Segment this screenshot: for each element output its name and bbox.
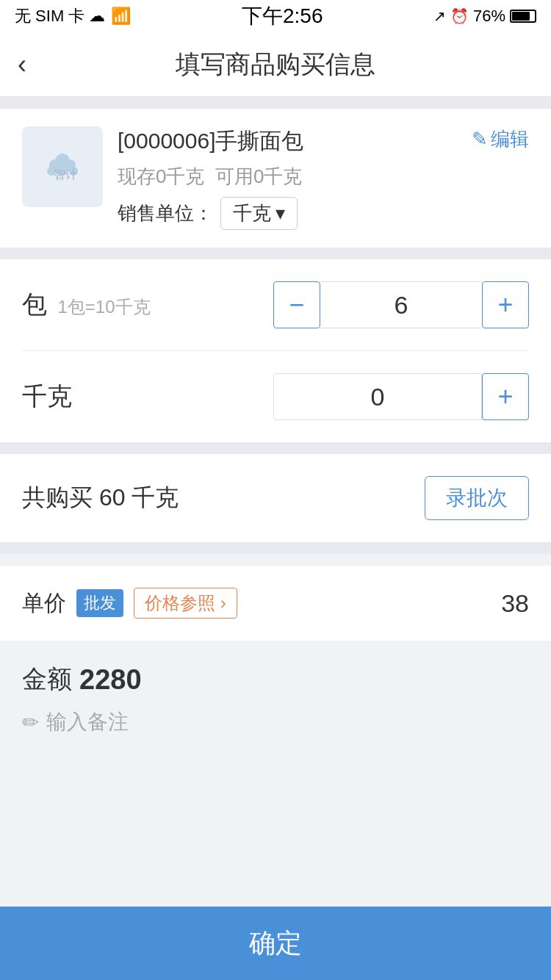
price-label: 单价 <box>22 588 66 619</box>
product-card: 智计 [0000006]手撕面包 现存0千克 可用0千克 销售单位： 千克 ▾ … <box>0 109 551 248</box>
product-unit-row: 销售单位： 千克 ▾ <box>118 197 529 230</box>
amount-value: 2280 <box>79 664 142 696</box>
unit-label-kg: 千克 <box>22 380 72 414</box>
pencil-icon: ✏ <box>22 710 39 735</box>
back-button[interactable]: ‹ <box>18 49 26 80</box>
quantity-row-bao: 包 1包=10千克 − + <box>22 259 529 351</box>
unit-select[interactable]: 千克 ▾ <box>220 197 298 230</box>
unit-label-bao: 包 1包=10千克 <box>22 288 151 322</box>
alarm-icon: ⏰ <box>450 7 469 25</box>
qty-input-bao[interactable] <box>320 281 482 328</box>
no-sim-label: 无 SIM 卡 ☁ <box>15 5 105 27</box>
batch-button[interactable]: 录批次 <box>425 476 529 520</box>
amount-section: 金额 2280 ✏ 输入备注 <box>0 641 551 751</box>
price-value: 38 <box>501 589 529 618</box>
edit-icon: ✎ <box>472 128 488 151</box>
confirm-bar[interactable]: 确定 <box>0 907 551 980</box>
battery-label: 76% <box>473 7 505 26</box>
increase-kg-button[interactable]: + <box>482 373 529 420</box>
confirm-button[interactable]: 确定 <box>249 926 302 962</box>
location-icon: ↗ <box>433 7 446 25</box>
status-left: 无 SIM 卡 ☁ 📶 <box>15 5 131 27</box>
nav-bar: ‹ 填写商品购买信息 <box>0 32 551 97</box>
qty-input-kg[interactable] <box>273 373 482 420</box>
amount-row: 金额 2280 <box>22 663 529 696</box>
page-title: 填写商品购买信息 <box>176 48 375 82</box>
note-row[interactable]: ✏ 输入备注 <box>22 708 529 736</box>
increase-bao-button[interactable]: + <box>482 281 529 328</box>
qty-control-kg: + <box>273 373 529 420</box>
product-stock: 现存0千克 可用0千克 <box>118 164 529 190</box>
status-bar: 无 SIM 卡 ☁ 📶 下午2:56 ↗ ⏰ 76% <box>0 0 551 32</box>
battery-icon <box>510 10 536 23</box>
product-info: [0000006]手撕面包 现存0千克 可用0千克 销售单位： 千克 ▾ <box>118 126 529 230</box>
separator-4 <box>0 542 551 554</box>
total-section: 共购买 60 千克 录批次 <box>0 454 551 542</box>
separator-1 <box>0 97 551 109</box>
wifi-icon: 📶 <box>111 7 131 26</box>
quantity-section: 包 1包=10千克 − + 千克 + <box>0 259 551 442</box>
product-name: [0000006]手撕面包 <box>118 126 529 156</box>
separator-2 <box>0 248 551 259</box>
status-right: ↗ ⏰ 76% <box>433 7 536 26</box>
quantity-row-kg: 千克 + <box>22 351 529 442</box>
total-text: 共购买 60 千克 <box>22 482 179 514</box>
amount-label: 金额 <box>22 663 72 696</box>
price-ref-button[interactable]: 价格参照 › <box>134 588 237 619</box>
status-time: 下午2:56 <box>242 2 323 30</box>
svg-text:智计: 智计 <box>54 168 77 181</box>
qty-control-bao: − + <box>273 281 529 328</box>
unit-hint-bao: 1包=10千克 <box>57 297 150 317</box>
tag-batch: 批发 <box>76 589 123 617</box>
separator-3 <box>0 442 551 454</box>
product-image: 智计 <box>22 126 103 207</box>
decrease-bao-button[interactable]: − <box>273 281 320 328</box>
note-placeholder: 输入备注 <box>46 708 129 736</box>
chevron-down-icon: ▾ <box>276 202 285 225</box>
total-value: 60 <box>99 484 126 511</box>
edit-button[interactable]: ✎ 编辑 <box>472 126 529 152</box>
price-section: 单价 批发 价格参照 › 38 <box>0 566 551 641</box>
